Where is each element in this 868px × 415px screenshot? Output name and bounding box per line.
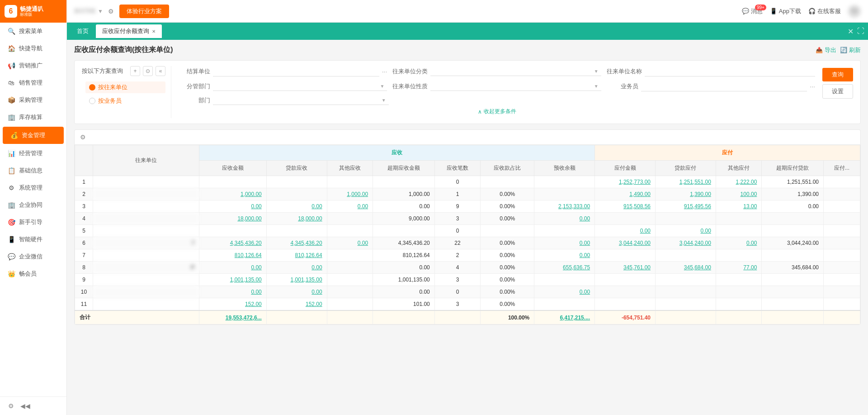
total-ar-amount[interactable]: 19,553,472,6... <box>199 310 267 324</box>
table-cell[interactable]: 18,000.00 <box>199 213 267 225</box>
table-cell[interactable]: 1,490.00 <box>595 188 656 200</box>
table-cell[interactable]: 345,761.00 <box>595 262 656 274</box>
settings-footer-icon[interactable]: ⚙ <box>5 401 16 411</box>
set-button[interactable]: 设置 <box>822 84 853 99</box>
total-ar-advance[interactable]: 6,417,215.... <box>534 310 595 324</box>
app-download-btn[interactable]: 📱 App下载 <box>770 7 801 15</box>
salesman-input[interactable] <box>641 81 807 91</box>
salesman-dots-icon[interactable]: ··· <box>810 83 815 90</box>
filter-field-settlement: 结算单位 ··· <box>179 66 387 76</box>
sidebar-item-smart-hw[interactable]: 📱 智能硬件 <box>0 231 66 248</box>
table-cell[interactable]: 152.00 <box>199 298 267 311</box>
table-cell[interactable]: 13.00 <box>716 200 761 213</box>
sidebar-item-basic-info[interactable]: 📋 基础信息 <box>0 162 66 179</box>
collapse-sidebar-icon[interactable]: ◀◀ <box>20 401 31 411</box>
table-cell[interactable]: 1,001,135.00 <box>199 274 267 286</box>
partner-name-input[interactable] <box>645 66 815 76</box>
sidebar-item-sales[interactable]: 🛍 销售管理 <box>0 74 66 91</box>
tab-home[interactable]: 首页 <box>71 24 95 38</box>
close-tab-icon[interactable]: ✕ <box>848 27 854 36</box>
expand-icon[interactable]: ⛶ <box>857 27 864 36</box>
message-btn[interactable]: 💬 消息 99+ <box>742 7 763 15</box>
refresh-button[interactable]: 🔄 刷新 <box>840 46 861 54</box>
table-cell[interactable]: 0.00 <box>534 237 595 249</box>
table-cell[interactable]: 1,001,135.00 <box>266 274 327 286</box>
table-cell[interactable]: 810,126.64 <box>199 249 267 262</box>
sub-dept-select[interactable]: ▼ <box>213 96 389 105</box>
topbar-gear-btn[interactable]: ⚙ <box>105 5 118 18</box>
table-cell[interactable]: 0.00 <box>327 237 373 249</box>
table-cell[interactable]: 3,044,240.00 <box>595 237 656 249</box>
tab-close-icon[interactable]: ✕ <box>152 29 156 34</box>
sidebar-item-finance[interactable]: 💰 资金管理 <box>3 127 64 144</box>
sidebar-item-marketing[interactable]: 📢 营销推广 <box>0 57 66 74</box>
avatar: Rit <box>848 5 861 18</box>
sidebar-item-enterprise[interactable]: 🏢 企业协同 <box>0 196 66 214</box>
settlement-dots-icon[interactable]: ··· <box>382 68 387 75</box>
table-cell[interactable]: 915,508.56 <box>595 200 656 213</box>
table-cell[interactable]: 0.00 <box>199 262 267 274</box>
query-button[interactable]: 查询 <box>822 68 853 81</box>
table-cell[interactable]: 4,345,436.20 <box>266 237 327 249</box>
table-settings-icon[interactable]: ⚙ <box>80 134 86 141</box>
table-cell[interactable]: 1,251,551.00 <box>656 176 716 188</box>
tab-ar-ap[interactable]: 应收应付余额查询 ✕ <box>96 24 162 38</box>
table-cell <box>534 225 595 237</box>
collapse-more-btn[interactable]: ∧ 收起更多条件 <box>179 105 815 118</box>
sidebar-item-member[interactable]: 👑 畅会员 <box>0 265 66 282</box>
online-service-btn[interactable]: 🎧 在线客服 <box>808 7 841 15</box>
table-cell[interactable]: 810,126.64 <box>266 249 327 262</box>
table-cell[interactable]: 77.00 <box>716 262 761 274</box>
table-cell[interactable]: 0.00 <box>266 286 327 298</box>
table-cell[interactable]: 0.00 <box>199 286 267 298</box>
user-avatar[interactable]: Rit <box>848 5 861 18</box>
table-cell[interactable]: 1,000.00 <box>327 188 373 200</box>
table-cell[interactable]: 3,044,240.00 <box>656 237 716 249</box>
table-cell[interactable]: 0.00 <box>266 200 327 213</box>
sidebar-item-wechat[interactable]: 💬 企业微信 <box>0 248 66 265</box>
sidebar-item-quick-nav[interactable]: 🏠 快捷导航 <box>0 40 66 57</box>
table-cell[interactable]: 0.00 <box>534 249 595 262</box>
export-button[interactable]: 📤 导出 <box>816 46 836 54</box>
settlement-input[interactable] <box>213 66 379 76</box>
table-cell[interactable]: 655,636.75 <box>534 262 595 274</box>
filter-header-buttons: + ⊙ « <box>130 66 165 76</box>
sidebar-item-system[interactable]: ⚙ 系统管理 <box>0 179 66 196</box>
sidebar-item-guide[interactable]: 🎯 新手引导 <box>0 214 66 231</box>
sidebar-item-operations[interactable]: 📊 经营管理 <box>0 145 66 162</box>
sidebar-item-purchase[interactable]: 📦 采购管理 <box>0 91 66 109</box>
table-cell[interactable]: 0.00 <box>327 200 373 213</box>
table-cell[interactable]: 18,000.00 <box>266 213 327 225</box>
dept-select[interactable]: ▼ <box>213 82 387 91</box>
table-cell[interactable]: 0.00 <box>534 213 595 225</box>
table-cell[interactable]: 345,684.00 <box>656 262 716 274</box>
table-cell[interactable]: 100.00 <box>716 188 761 200</box>
table-cell[interactable]: 0.00 <box>716 237 761 249</box>
table-cell[interactable]: 2,153,333.00 <box>534 200 595 213</box>
sidebar-item-search-menu[interactable]: 🔍 搜索菜单 <box>0 23 66 40</box>
sidebar-item-inventory[interactable]: 🏢 库存核算 <box>0 109 66 126</box>
table-cell <box>595 213 656 225</box>
topbar-dropdown[interactable]: ▼ <box>98 8 103 14</box>
table-cell[interactable]: 152.00 <box>266 298 327 311</box>
table-cell[interactable]: 1,000.00 <box>199 188 267 200</box>
filter-plan-by-salesman[interactable]: 按业务员 <box>85 95 165 107</box>
settings-plan-btn[interactable]: ⊙ <box>143 66 153 76</box>
cta-button[interactable]: 体验行业方案 <box>119 5 169 18</box>
collapse-plan-btn[interactable]: « <box>156 66 165 76</box>
table-cell[interactable]: 1,222.00 <box>716 176 761 188</box>
table-cell[interactable]: 915,495.56 <box>656 200 716 213</box>
table-cell[interactable]: 0.00 <box>595 225 656 237</box>
table-cell[interactable]: 4,345,436.20 <box>199 237 267 249</box>
table-cell[interactable]: 0.00 <box>534 286 595 298</box>
table-cell[interactable]: 0.00 <box>266 262 327 274</box>
add-plan-btn[interactable]: + <box>130 66 140 76</box>
table-cell[interactable]: 1,390.00 <box>656 188 716 200</box>
table-cell[interactable]: 1,252,773.00 <box>595 176 656 188</box>
table-cell <box>93 200 199 213</box>
partner-nature-select[interactable]: ▼ <box>430 82 601 91</box>
table-cell[interactable]: 0.00 <box>199 200 267 213</box>
partner-class-select[interactable]: ▼ <box>430 67 601 76</box>
table-cell[interactable]: 0.00 <box>656 225 716 237</box>
filter-plan-by-partner[interactable]: 按往来单位 <box>85 81 165 93</box>
